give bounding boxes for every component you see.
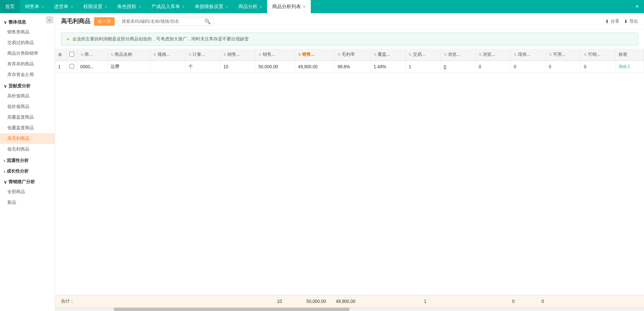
col-saleable[interactable]: ⇅ 可销... <box>581 48 616 61</box>
close-icon[interactable]: × <box>105 4 107 9</box>
sort-icon: ⇅ <box>223 53 226 57</box>
search-input[interactable] <box>122 19 204 24</box>
col-sales3[interactable]: ⇅ 销售... <box>295 48 335 61</box>
table-row: 1 0000... 运费 个 10 50,000.00 49,900.00 99… <box>55 61 644 73</box>
sidebar-item-all-goods[interactable]: 全部商品 <box>0 187 55 197</box>
sidebar-item-stock-capital[interactable]: 库存资金占用 <box>0 69 55 80</box>
arrow-right-icon: › <box>4 158 5 163</box>
col-name[interactable]: ⇅ 商品名称 <box>107 48 150 61</box>
col-browse2[interactable]: ⇅ 浏览... <box>476 48 511 61</box>
close-icon[interactable]: × <box>182 4 184 9</box>
arrow-down-icon: ∨ <box>4 180 7 185</box>
share-button[interactable]: ⬆ 分享 <box>605 18 619 25</box>
col-checkbox[interactable] <box>66 48 77 61</box>
nav-purchase[interactable]: 进货单 × <box>49 0 78 13</box>
nav-product-analysis-list[interactable]: 商品分析列表 × <box>267 0 310 13</box>
cell-trade: 1 <box>406 61 440 73</box>
sidebar-section-liquidity[interactable]: › 流通性分析 <box>0 155 55 165</box>
sidebar-item-low-coverage[interactable]: 低覆盖度商品 <box>0 123 55 133</box>
cell-sales3: 49,900.00 <box>295 61 335 73</box>
sidebar: « ∨ 整体信息 销售类商品 交易过的商品 商品分类助销率 有库存的商品 库存资… <box>0 13 55 311</box>
sort-icon: ⇅ <box>409 53 411 57</box>
row-checkbox[interactable] <box>69 64 74 69</box>
nav-home[interactable]: 首页 <box>0 0 20 13</box>
close-icon[interactable]: × <box>260 4 262 9</box>
sidebar-item-high-value[interactable]: 高价值商品 <box>0 91 55 101</box>
select-all-checkbox[interactable] <box>69 52 74 57</box>
cell-code[interactable]: 0000... <box>77 61 107 73</box>
close-icon[interactable]: × <box>303 4 305 9</box>
sort-icon: ⇅ <box>298 53 301 57</box>
footer-total: 合计： 10 50,000.00 49,900.00 1 0 0 <box>55 295 644 307</box>
nav-sales[interactable]: 销售单 × <box>20 0 49 13</box>
cell-browse2: 0 <box>476 61 511 73</box>
info-icon: ✦ <box>66 36 70 42</box>
arrow-down-icon: ∨ <box>4 20 7 25</box>
export-icon: ⬇ <box>624 19 628 24</box>
sidebar-item-category-rate[interactable]: 商品分类助销率 <box>0 48 55 59</box>
total-sales2: 50,000.00 <box>303 299 333 304</box>
export-button[interactable]: ⬇ 导出 <box>624 18 638 25</box>
col-current[interactable]: ⇅ 现有... <box>511 48 546 61</box>
col-unit[interactable]: ⇅ 计量... <box>185 48 220 61</box>
col-gross-rate[interactable]: ⇅ 毛利率 <box>334 48 370 61</box>
col-code[interactable]: ⇅ 商... <box>77 48 107 61</box>
close-icon[interactable]: × <box>226 4 228 9</box>
close-icon[interactable]: × <box>71 4 73 9</box>
sort-icon: ⇅ <box>444 53 447 57</box>
col-coverage[interactable]: ⇅ 覆盖... <box>371 48 406 61</box>
data-table: ⚙ ⇅ 商... ⇅ 商品名称 ⇅ 规格... ⇅ 计量... ⇅ 销售... … <box>55 48 644 73</box>
sidebar-item-high-margin[interactable]: 高毛利商品 <box>0 133 55 144</box>
sidebar-item-low-value[interactable]: 低价值商品 <box>0 101 55 112</box>
sidebar-collapse-button[interactable]: « <box>46 16 53 23</box>
col-sales1[interactable]: ⇅ 销售... <box>220 48 255 61</box>
cell-tag: 高收入 <box>616 61 644 73</box>
data-table-wrapper: ⚙ ⇅ 商... ⇅ 商品名称 ⇅ 规格... ⇅ 计量... ⇅ 销售... … <box>55 48 644 295</box>
sidebar-item-traded-goods[interactable]: 交易过的商品 <box>0 37 55 48</box>
col-sales2[interactable]: ⇅ 销售... <box>255 48 295 61</box>
cell-sales1: 10 <box>220 61 255 73</box>
sidebar-item-high-coverage[interactable]: 高覆盖度商品 <box>0 112 55 123</box>
sort-icon: ⇅ <box>80 53 83 57</box>
cell-name: 运费 <box>107 61 150 73</box>
sort-icon: ⇅ <box>258 53 261 57</box>
nav-permission[interactable]: 权限设置 × <box>78 0 112 13</box>
col-spec[interactable]: ⇅ 规格... <box>150 48 185 61</box>
sidebar-item-low-margin[interactable]: 低毛利商品 <box>0 144 55 155</box>
sidebar-section-contribution[interactable]: ∨ 贡献度分析 <box>0 80 55 91</box>
content-area: 高毛利商品 近一月 🔍 ⬆ 分享 ⬇ 导出 ✦ 企业的主要的利润都是这部分商品创… <box>55 13 644 311</box>
content-header: 高毛利商品 近一月 🔍 ⬆ 分享 ⬇ 导出 <box>55 13 644 30</box>
nav-role[interactable]: 角色授权 × <box>112 0 146 13</box>
search-box[interactable]: 🔍 <box>118 17 214 26</box>
col-available[interactable]: ⇅ 可用... <box>546 48 580 61</box>
nav-product-entry[interactable]: 产成品入库单 × <box>146 0 190 13</box>
search-icon[interactable]: 🔍 <box>204 18 211 24</box>
sidebar-section-growth[interactable]: › 成长性分析 <box>0 165 55 176</box>
col-browse1[interactable]: ⇅ 浏览... <box>440 48 475 61</box>
nav-product-analysis[interactable]: 商品分析 × <box>233 0 267 13</box>
header-actions: ⬆ 分享 ⬇ 导出 <box>605 18 638 25</box>
sidebar-item-new-goods[interactable]: 新品 <box>0 197 55 208</box>
global-close-button[interactable]: × <box>630 3 644 10</box>
cell-browse1[interactable]: 0 <box>440 61 475 73</box>
sidebar-item-stock-goods[interactable]: 有库存的商品 <box>0 59 55 69</box>
cell-sales2: 50,000.00 <box>255 61 295 73</box>
cell-current: 0 <box>511 61 546 73</box>
col-trade[interactable]: ⇅ 交易... <box>406 48 440 61</box>
sidebar-section-marketing[interactable]: ∨ 营销推广分析 <box>0 176 55 187</box>
col-tag: 标签 <box>616 48 644 61</box>
col-settings[interactable]: ⚙ <box>55 48 66 61</box>
close-icon[interactable]: × <box>42 4 44 9</box>
cell-spec <box>150 61 185 73</box>
sort-icon: ⇅ <box>338 53 341 57</box>
sort-icon: ⇅ <box>188 53 191 57</box>
date-filter-button[interactable]: 近一月 <box>94 17 115 26</box>
total-current: 0 <box>509 299 539 304</box>
close-icon[interactable]: × <box>138 4 141 9</box>
nav-template[interactable]: 单据模板设置 × <box>190 0 233 13</box>
cell-coverage: 1.49% <box>371 61 406 73</box>
sidebar-item-sales-goods[interactable]: 销售类商品 <box>0 27 55 37</box>
cell-saleable: 0 <box>581 61 616 73</box>
horizontal-scrollbar[interactable] <box>55 307 644 311</box>
cell-checkbox[interactable] <box>66 61 77 73</box>
